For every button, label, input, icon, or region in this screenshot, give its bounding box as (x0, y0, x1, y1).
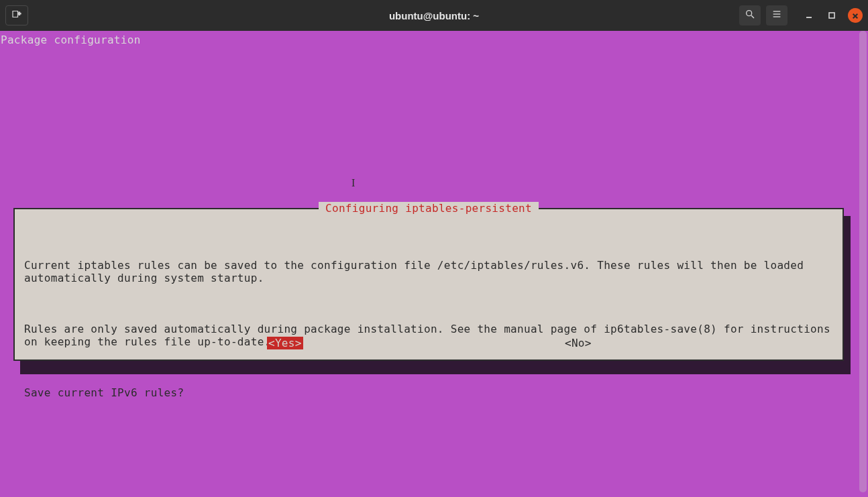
no-button[interactable]: <No> (563, 337, 593, 349)
svg-line-1 (751, 15, 754, 18)
svg-point-0 (747, 11, 752, 16)
svg-rect-6 (829, 13, 834, 18)
titlebar: ubuntu@ubuntu: ~ (0, 0, 868, 31)
hamburger-icon (771, 9, 782, 22)
titlebar-left-group (5, 5, 28, 25)
new-tab-icon (11, 8, 23, 23)
search-icon (745, 9, 755, 22)
dialog-body: Current iptables rules can be saved to t… (24, 233, 833, 425)
search-button[interactable] (739, 5, 761, 25)
close-button[interactable] (848, 8, 863, 23)
maximize-icon (828, 9, 836, 22)
scrollbar-track[interactable] (859, 31, 867, 492)
hamburger-menu-button[interactable] (766, 5, 788, 25)
terminal-area[interactable]: Package configuration I Configuring ipta… (0, 31, 868, 497)
text-cursor-icon: I (351, 177, 355, 189)
dialog-title-wrap: Configuring iptables-persistent (319, 202, 539, 215)
minimize-button[interactable] (802, 9, 816, 22)
terminal-content: Package configuration I Configuring ipta… (0, 31, 858, 487)
close-icon (852, 9, 859, 22)
dialog-prompt: Save current IPv6 rules? (24, 386, 833, 399)
dialog-button-row: <Yes> <No> (15, 337, 843, 350)
window-controls (802, 8, 863, 23)
yes-button[interactable]: <Yes> (267, 337, 303, 349)
minimize-icon (805, 9, 813, 22)
config-dialog: Configuring iptables-persistent Current … (13, 208, 844, 361)
dialog-paragraph-1: Current iptables rules can be saved to t… (24, 259, 833, 284)
dialog-title: Configuring iptables-persistent (325, 202, 532, 215)
titlebar-right-group (739, 5, 863, 25)
new-tab-button[interactable] (5, 5, 28, 25)
package-config-header: Package configuration (1, 34, 141, 46)
maximize-button[interactable] (825, 9, 838, 22)
window-title: ubuntu@ubuntu: ~ (389, 10, 479, 21)
scrollbar-thumb[interactable] (859, 31, 867, 492)
